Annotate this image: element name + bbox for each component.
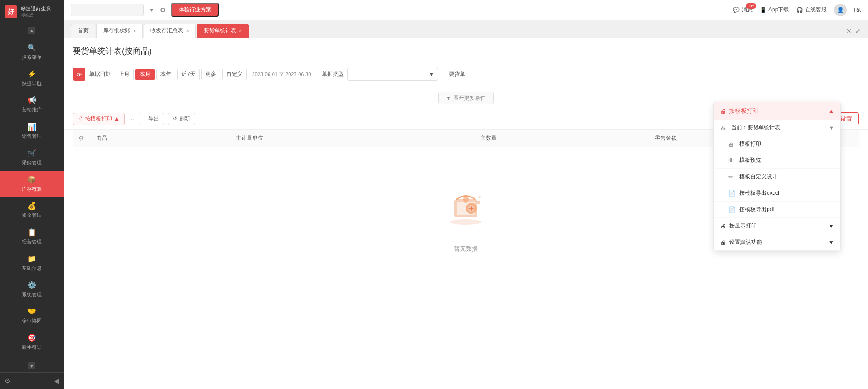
sidebar-icon-5: 📦: [27, 175, 36, 184]
sidebar-scroll-up[interactable]: ▲: [28, 27, 35, 34]
username-label[interactable]: Rit: [854, 7, 861, 13]
search-input[interactable]: [75, 7, 140, 13]
sidebar-label-4: 采购管理: [22, 159, 42, 166]
refresh-icon: ↺: [173, 116, 177, 122]
page-title: 要货单统计表(按商品): [73, 45, 859, 56]
date-filter-group: 上月本月本年近7天更多自定义: [115, 69, 247, 80]
tab-label-2: 收发存汇总表: [150, 27, 183, 35]
date-btn-本年[interactable]: 本年: [156, 69, 175, 80]
header-dropdown-arrow[interactable]: ▼: [149, 7, 155, 13]
sidebar-icon-7: 📋: [27, 228, 36, 237]
dropdown-group-arrow-0: ▼: [828, 223, 834, 229]
dropdown-item-icon-4: 📄: [728, 206, 736, 213]
print-dropdown-menu: 🖨 按模板打印 ▲ 🖨 当前：要货单统计表 ▼ 🖨模板打印👁模板预览✏模板自定义…: [713, 102, 841, 251]
sidebar-icon-4: 🛒: [27, 149, 36, 157]
dropdown-item-3[interactable]: 📄按模板导出excel: [714, 185, 840, 202]
sidebar-item-3[interactable]: 📊销售管理: [0, 118, 64, 144]
sound-icon[interactable]: ◀: [54, 377, 59, 384]
date-btn-更多[interactable]: 更多: [201, 69, 220, 80]
dropdown-close-arrow[interactable]: ▲: [828, 108, 834, 114]
print-arrow-icon: ▲: [114, 116, 120, 122]
dropdown-header: 🖨 按模板打印 ▲: [714, 102, 840, 120]
sidebar-icon-6: 💰: [27, 202, 36, 210]
date-btn-近7天[interactable]: 近7天: [177, 69, 200, 80]
dropdown-item-icon-0: 🖨: [728, 141, 736, 147]
page-content: 要货单统计表(按商品) ≫ 单据日期 上月本月本年近7天更多自定义 2023-0…: [64, 38, 868, 389]
sidebar-item-6[interactable]: 💰资金管理: [0, 197, 64, 223]
filter-collapse-btn[interactable]: ≫: [73, 68, 85, 81]
maximize-tab-btn[interactable]: ⤢: [855, 27, 861, 35]
sidebar-nav: 🔍搜索菜单⚡快捷导航📢营销推广📊销售管理🛒采购管理📦库存核算💰资金管理📋经营管理…: [0, 37, 64, 359]
sidebar-label-2: 营销推广: [22, 106, 42, 113]
sidebar-item-8[interactable]: 📁基础信息: [0, 250, 64, 276]
tab-close-3[interactable]: ×: [239, 28, 242, 34]
sidebar-item-4[interactable]: 🛒采购管理: [0, 144, 64, 171]
tab-0[interactable]: 首页: [71, 24, 95, 38]
sidebar-icon-10: 🤝: [27, 307, 36, 316]
print-btn[interactable]: 🖨 按模板打印 ▲: [73, 113, 125, 125]
tab-3[interactable]: 要货单统计表×: [197, 24, 249, 38]
header-search-box[interactable]: [71, 4, 144, 16]
sidebar-item-2[interactable]: 📢营销推广: [0, 91, 64, 118]
top-header: ▼ ⚙ 体验行业方案 💬 消息 99+ 📱 App下载 🎧 在线客服 👤 Rit: [64, 0, 868, 20]
sidebar-label-10: 企业协同: [22, 318, 42, 324]
messages-btn[interactable]: 💬 消息 99+: [733, 6, 753, 14]
sidebar-item-9[interactable]: ⚙️系统管理: [0, 276, 64, 303]
sidebar-scroll-down[interactable]: ▼: [28, 362, 35, 369]
date-btn-上月[interactable]: 上月: [115, 69, 134, 80]
filter-bar: ≫ 单据日期 上月本月本年近7天更多自定义 2023-06-01 至 2023-…: [64, 62, 868, 86]
sidebar: 好 畅捷通好生意 标准版 ▲ 🔍搜索菜单⚡快捷导航📢营销推广📊销售管理🛒采购管理…: [0, 0, 64, 389]
dropdown-print-icon: 🖨: [720, 108, 726, 115]
export-icon: ↑: [144, 116, 146, 122]
sidebar-label-5: 库存核算: [22, 186, 42, 192]
table-settings-icon[interactable]: ⚙: [78, 135, 84, 142]
sidebar-item-12[interactable]: 🔲应用中心: [0, 355, 64, 359]
sidebar-item-5[interactable]: 📦库存核算: [0, 171, 64, 197]
date-btn-自定义[interactable]: 自定义: [222, 69, 247, 80]
service-icon: 🎧: [796, 7, 803, 13]
tab-2[interactable]: 收发存汇总表×: [144, 24, 195, 38]
dropdown-groups-list: 🖨按显示打印▼🖨设置默认功能▼: [714, 218, 840, 251]
close-tab-btn[interactable]: ✕: [846, 27, 852, 35]
customer-service-btn[interactable]: 🎧 在线客服: [796, 6, 827, 14]
dropdown-item-4[interactable]: 📄按模板导出pdf: [714, 202, 840, 218]
dropdown-item-2[interactable]: ✏模板自定义设计: [714, 169, 840, 185]
settings-icon[interactable]: ⚙: [5, 377, 10, 384]
expand-icon: ▼: [446, 95, 451, 101]
header-gear-icon[interactable]: ⚙: [160, 6, 166, 14]
sidebar-footer: ⚙ ◀: [0, 372, 64, 389]
dropdown-item-icon-1: 👁: [728, 157, 736, 164]
dropdown-item-0[interactable]: 🖨模板打印: [714, 136, 840, 152]
svg-point-7: [478, 196, 481, 198]
tab-close-1[interactable]: ×: [133, 28, 136, 34]
tab-1[interactable]: 库存批次账×: [96, 24, 143, 38]
dropdown-item-1[interactable]: 👁模板预览: [714, 152, 840, 169]
dropdown-group-1[interactable]: 🖨设置默认功能▼: [714, 234, 840, 251]
bell-icon: 💬: [733, 7, 740, 13]
empty-icon: [443, 183, 489, 237]
sidebar-item-0[interactable]: 🔍搜索菜单: [0, 39, 64, 65]
sidebar-icon-0: 🔍: [27, 43, 36, 52]
tab-close-2[interactable]: ×: [186, 28, 189, 34]
sidebar-label-1: 快捷导航: [22, 80, 42, 87]
type-select[interactable]: ▼: [347, 68, 438, 81]
date-btn-本月[interactable]: 本月: [135, 69, 155, 80]
dropdown-current-item[interactable]: 🖨 当前：要货单统计表 ▼: [714, 120, 840, 136]
sidebar-item-11[interactable]: 🎯新手引导: [0, 329, 64, 355]
refresh-btn[interactable]: ↺ 刷新: [168, 113, 195, 125]
yaohu-label: 要货单: [449, 71, 465, 78]
sidebar-item-1[interactable]: ⚡快捷导航: [0, 65, 64, 91]
dropdown-group-0[interactable]: 🖨按显示打印▼: [714, 218, 840, 234]
sidebar-item-10[interactable]: 🤝企业协同: [0, 303, 64, 329]
date-label: 单据日期: [89, 71, 111, 78]
dropdown-item-label-2: 模板自定义设计: [739, 173, 778, 181]
export-btn[interactable]: ↑ 导出: [139, 113, 164, 125]
trial-button[interactable]: 体验行业方案: [171, 3, 219, 17]
col-qty: 主数量: [475, 130, 649, 147]
expand-more-btn[interactable]: ▼ 展开更多条件: [438, 92, 494, 104]
dropdown-item-label-0: 模板打印: [739, 140, 761, 148]
user-avatar[interactable]: 👤: [834, 4, 847, 16]
empty-text: 暂无数据: [454, 245, 478, 253]
sidebar-item-7[interactable]: 📋经营管理: [0, 223, 64, 250]
app-download-btn[interactable]: 📱 App下载: [760, 6, 789, 14]
